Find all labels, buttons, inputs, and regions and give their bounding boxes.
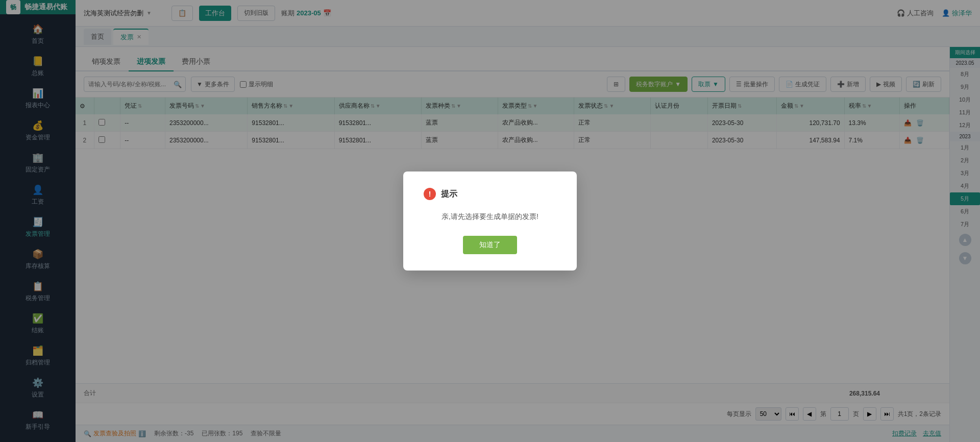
modal-footer: 知道了 — [424, 236, 556, 254]
modal-box: ! 提示 亲,请先选择要生成单据的发票! 知道了 — [403, 171, 577, 271]
modal-warning-icon: ! — [424, 188, 436, 200]
modal-title-row: ! 提示 — [424, 188, 556, 200]
modal-confirm-btn[interactable]: 知道了 — [463, 236, 517, 254]
modal-message: 亲,请先选择要生成单据的发票! — [424, 212, 556, 222]
modal-title: 提示 — [441, 189, 457, 200]
modal-overlay: ! 提示 亲,请先选择要生成单据的发票! 知道了 — [0, 0, 980, 442]
